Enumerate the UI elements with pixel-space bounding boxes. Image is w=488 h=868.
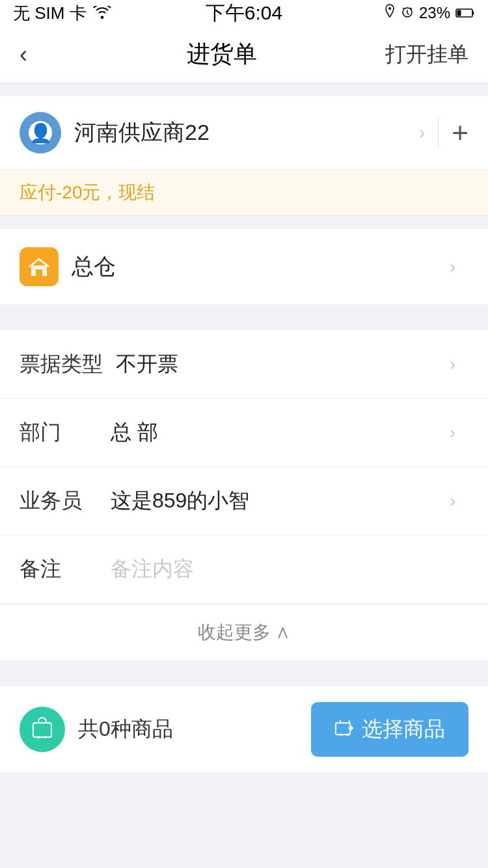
status-bar: 无 SIM 卡 下午6:04 23% xyxy=(0,0,488,26)
svg-point-1 xyxy=(388,7,391,10)
warehouse-section: 总仓 › xyxy=(0,229,488,305)
remark-label: 备注 xyxy=(20,555,98,584)
staff-chevron-icon: › xyxy=(450,491,455,511)
product-count: 共0种商品 xyxy=(78,715,298,744)
person-icon: 👤 xyxy=(29,122,52,144)
select-product-label: 选择商品 xyxy=(362,715,445,744)
warehouse-icon-wrap xyxy=(20,247,59,286)
open-pending-button[interactable]: 打开挂单 xyxy=(385,40,468,69)
avatar-inner: 👤 xyxy=(29,121,52,144)
select-cart-icon xyxy=(334,720,355,739)
supplier-row[interactable]: 👤 河南供应商22 › + xyxy=(0,96,488,170)
svg-rect-4 xyxy=(457,10,461,16)
product-cart-icon xyxy=(29,716,55,742)
status-time: 下午6:04 xyxy=(206,0,282,27)
alarm-icon xyxy=(401,4,414,22)
page-title: 进货单 xyxy=(187,38,257,70)
section-gap-1 xyxy=(0,83,488,96)
section-gap-2 xyxy=(0,216,488,229)
staff-value: 这是859的小智 xyxy=(98,487,450,515)
wifi-icon xyxy=(93,3,111,23)
notice-bar: 应付-20元，现结 xyxy=(0,170,488,216)
content-area xyxy=(0,772,488,868)
select-product-button[interactable]: 选择商品 xyxy=(311,702,468,757)
svg-rect-10 xyxy=(336,723,350,735)
svg-point-12 xyxy=(346,733,349,736)
dept-value: 总 部 xyxy=(98,418,450,447)
notice-text: 应付-20元，现结 xyxy=(20,182,155,202)
supplier-avatar: 👤 xyxy=(20,112,61,154)
status-left: 无 SIM 卡 xyxy=(13,2,111,25)
dept-row[interactable]: 部门 总 部 › xyxy=(0,399,488,467)
ticket-label: 票据类型 xyxy=(20,350,103,379)
collapse-label: 收起更多 ∧ xyxy=(198,620,291,645)
collapse-button[interactable]: 收起更多 ∧ xyxy=(0,604,488,660)
section-gap-4 xyxy=(0,660,488,673)
supplier-name: 河南供应商22 xyxy=(74,118,419,148)
dept-label: 部门 xyxy=(20,418,98,447)
svg-point-0 xyxy=(101,16,103,19)
warehouse-icon xyxy=(27,255,51,278)
add-supplier-button[interactable]: + xyxy=(452,118,468,147)
svg-rect-6 xyxy=(36,269,42,276)
status-right: 23% xyxy=(384,4,475,22)
remark-row[interactable]: 备注 备注内容 xyxy=(0,536,488,604)
warehouse-row[interactable]: 总仓 › xyxy=(0,229,488,305)
warehouse-chevron-icon: › xyxy=(450,256,455,277)
ticket-value: 不开票 xyxy=(103,350,450,379)
back-button[interactable]: ‹ xyxy=(20,41,59,68)
supplier-chevron-icon: › xyxy=(419,122,425,143)
product-icon-wrap xyxy=(20,707,65,752)
form-section: 票据类型 不开票 › 部门 总 部 › 业务员 这是859的小智 › 备注 备注… xyxy=(0,331,488,660)
battery-label: 23% xyxy=(419,4,450,22)
dept-chevron-icon: › xyxy=(450,422,455,443)
ticket-row[interactable]: 票据类型 不开票 › xyxy=(0,331,488,399)
warehouse-label: 总仓 xyxy=(72,252,450,282)
svg-point-11 xyxy=(340,733,342,736)
ticket-chevron-icon: › xyxy=(450,354,455,375)
section-gap-3 xyxy=(0,305,488,318)
staff-label: 业务员 xyxy=(20,487,98,515)
svg-rect-7 xyxy=(33,723,51,737)
divider xyxy=(438,116,439,149)
location-icon xyxy=(384,4,396,22)
remark-input[interactable]: 备注内容 xyxy=(98,555,468,584)
sim-label: 无 SIM 卡 xyxy=(13,2,87,25)
svg-point-9 xyxy=(44,736,47,739)
nav-bar: ‹ 进货单 打开挂单 xyxy=(0,26,488,83)
supplier-section: 👤 河南供应商22 › + 应付-20元，现结 xyxy=(0,96,488,216)
staff-row[interactable]: 业务员 这是859的小智 › xyxy=(0,467,488,536)
bottom-section: 共0种商品 选择商品 xyxy=(0,686,488,772)
battery-icon xyxy=(455,4,475,22)
svg-point-8 xyxy=(38,736,40,739)
